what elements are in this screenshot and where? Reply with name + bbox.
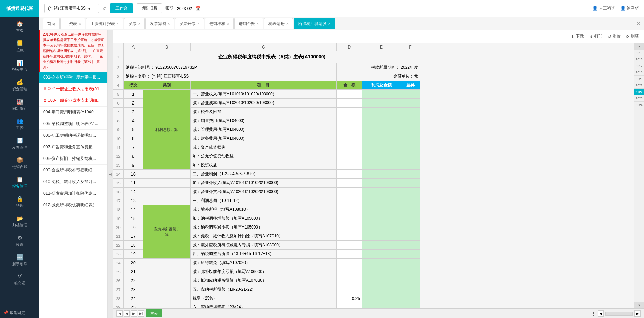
sheet-nav-next[interactable]: ▶ <box>131 310 137 317</box>
year-2017[interactable]: 2017 <box>634 63 644 69</box>
year-2018[interactable]: 2018 <box>634 69 644 76</box>
left-panel-item-004[interactable]: 004-期间费用明细表(A1040... <box>39 107 107 118</box>
sidebar-label-settings: 设置 <box>16 242 24 247</box>
sidebar-label-purchase: 进销台账 <box>12 164 27 169</box>
table-row: 29 25 六、应纳所得税额（23×24） <box>113 303 420 309</box>
tab-income-tax[interactable]: 所得税汇算清缴 × <box>294 18 335 29</box>
sidebar-item-tax[interactable]: 📋 税务管理 <box>0 173 39 192</box>
tab-close-invoice-issue[interactable]: × <box>197 22 199 26</box>
year-2024[interactable]: 2024 <box>634 102 644 108</box>
sidebar-item-archive[interactable]: 📂 归档管理 <box>0 212 39 231</box>
service-button[interactable]: 👤 人工咨询 <box>592 5 615 11</box>
tab-payroll[interactable]: 工资表 × <box>60 18 85 29</box>
user-button[interactable]: 👤 徐泽华 <box>620 5 639 11</box>
sidebar-item-fixed[interactable]: 🏭 固定资产 <box>0 95 39 114</box>
tab-invoice[interactable]: 发票 × <box>124 18 145 29</box>
sidebar-item-payroll[interactable]: 👥 工资 <box>0 114 39 134</box>
sidebar-label-close: 结账 <box>16 203 24 208</box>
sidebar-item-close[interactable]: 🔒 结账 <box>0 192 39 212</box>
sidebar-label-member: 畅会员 <box>14 281 25 286</box>
left-panel-item-001[interactable]: 001-企业所得税年度纳税申报... <box>39 72 107 83</box>
sidebar-label-payroll: 工资 <box>16 125 24 130</box>
year-2021[interactable]: 2021 <box>634 82 644 89</box>
workstation-button[interactable]: 工作台 <box>110 3 133 13</box>
reports-icon: 📊 <box>16 59 23 66</box>
top-bar-right: 👤 人工咨询 👤 徐泽华 <box>592 5 639 11</box>
scroll-right-btn[interactable]: ▶ <box>634 310 641 317</box>
tab-home[interactable]: 首页 <box>43 18 60 29</box>
sidebar-item-guide[interactable]: 🆕 新手引导 <box>0 251 39 270</box>
tax-period-label: 税款所属期间： <box>371 65 400 70</box>
sidebar-item-purchase[interactable]: 📦 进销台账 <box>0 153 39 173</box>
tab-close-sales-audit[interactable]: × <box>227 22 229 26</box>
year-panel: ▲ 2019 2016 2017 2018 2020 2021 2022 202… <box>634 43 644 308</box>
company-name: (勾销) 江西服宝-LSS <box>48 5 86 11</box>
company-selector[interactable]: (勾销) 江西服宝-LSS ▼ <box>44 4 99 13</box>
pin-button[interactable]: 📌 取消固定 <box>0 307 39 318</box>
year-2023[interactable]: 2023 <box>634 95 644 102</box>
spreadsheet-content[interactable]: A B C D E F <box>113 43 634 308</box>
left-panel-item-007[interactable]: 007-广告费和业务宣传费超... <box>39 141 107 153</box>
left-panel-item-012[interactable]: 012-减免所得税优惠明细表(... <box>39 199 107 211</box>
tab-close-invoice-calc[interactable]: × <box>168 22 170 26</box>
tab-invoice-calc[interactable]: 发票算费 × <box>145 18 174 29</box>
tab-close-payroll[interactable]: × <box>79 22 81 26</box>
tax-icon: 📋 <box>16 176 23 183</box>
left-panel-item-002[interactable]: 002-一般企业收入明细表(A1... <box>39 83 107 95</box>
year-2019[interactable]: 2019 <box>634 50 644 56</box>
reset-button[interactable]: ↺ 重置 <box>608 33 621 39</box>
settings-icon: ⚙ <box>17 235 22 241</box>
tab-close-invoice[interactable]: × <box>138 22 140 26</box>
sheet-nav-last[interactable]: ▶| <box>138 310 144 317</box>
print-button[interactable]: 🖨 打印 <box>589 33 603 39</box>
horizontal-scrollbar[interactable] <box>605 312 633 316</box>
tabs-close-all[interactable]: ✕ <box>636 20 641 27</box>
left-panel-item-008[interactable]: 008-资产折旧、摊销及纳税... <box>39 153 107 165</box>
sheet-nav-prev[interactable]: ◀ <box>124 310 130 317</box>
left-panel-item-003[interactable]: 003-一般企业成本支出明细... <box>39 95 107 107</box>
left-panel-item-006[interactable]: 006-职工薪酬纳税调整明细... <box>39 130 107 141</box>
sidebar-label-invoice: 发票管理 <box>12 145 27 150</box>
tab-tax-summary[interactable]: 税表清册 × <box>264 18 293 29</box>
tab-payroll-stats[interactable]: 工资统计报表 × <box>86 18 123 29</box>
refresh-button[interactable]: ⟳ 刷新 <box>626 33 639 39</box>
table-row: 25 21 减：弥补以前年度亏损（填写A106000） <box>113 267 420 276</box>
tab-close-tax-summary[interactable]: × <box>286 22 289 26</box>
sidebar-item-member[interactable]: V 畅会员 <box>0 270 39 289</box>
tab-invoice-issue[interactable]: 发票开票 × <box>175 18 204 29</box>
taxpayer-id-cell: 纳税人识别号： 91320500703719732P <box>124 63 337 72</box>
calendar-icon[interactable]: 📅 <box>195 6 200 11</box>
tab-sales-audit[interactable]: 进销稽核 × <box>205 18 234 29</box>
download-button[interactable]: ⬇ 下载 <box>571 33 584 39</box>
currency-cell: 金额单位：元 <box>336 72 420 81</box>
year-2020[interactable]: 2020 <box>634 76 644 82</box>
scroll-left-btn[interactable]: ◀ <box>598 310 604 317</box>
tab-sales-ledger[interactable]: 进销台账 × <box>234 18 263 29</box>
tab-close-payroll-stats[interactable]: × <box>117 22 119 26</box>
period-label: 账期 <box>165 5 173 11</box>
sidebar-label-tax: 税务管理 <box>12 184 27 189</box>
table-row-title: 1 企业所得税年度纳税申报表（A类）主表(A100000) <box>113 51 420 63</box>
sidebar-item-reports[interactable]: 📊 报表中心 <box>0 56 39 75</box>
left-panel-item-005[interactable]: 005-纳税调整项目明细表(A1... <box>39 118 107 130</box>
sheet-nav-first[interactable]: |◀ <box>116 310 123 317</box>
left-panel-item-011[interactable]: 011-研发费用加计扣除优惠... <box>39 188 107 199</box>
switch-old-button[interactable]: 切到旧版 <box>137 3 162 13</box>
print-icon[interactable]: 🖨 <box>102 6 107 11</box>
sidebar-item-ledger[interactable]: 📒 总账 <box>0 37 39 56</box>
year-2022[interactable]: 2022 <box>634 89 644 95</box>
sidebar-item-settings[interactable]: ⚙ 设置 <box>0 231 39 251</box>
sidebar-item-assets[interactable]: 💰 资金管理 <box>0 75 39 95</box>
left-panel-item-009[interactable]: 009-企业所得税补亏损明细... <box>39 165 107 176</box>
table-row: 26 22 减：抵扣应纳税所得额（填写A107030） <box>113 276 420 285</box>
purchase-icon: 📦 <box>16 157 23 163</box>
sidebar-item-invoice[interactable]: 🧾 发票管理 <box>0 134 39 153</box>
page-content: 2019年度步及取以前年度连续数据的申报表单元格需要手工维护正确，才能保证本年及… <box>39 30 644 318</box>
sidebar-item-home[interactable]: 🏠 首页 <box>0 17 39 37</box>
left-panel-item-010[interactable]: 010-免税、减计收入及加计... <box>39 176 107 188</box>
panel-collapse-button[interactable]: ◀ <box>108 30 113 318</box>
sheet-tab-main[interactable]: 主表 <box>146 309 162 317</box>
tab-close-sales-ledger[interactable]: × <box>257 22 259 26</box>
tab-close-income-tax[interactable]: × <box>328 22 331 26</box>
year-2016[interactable]: 2016 <box>634 56 644 63</box>
